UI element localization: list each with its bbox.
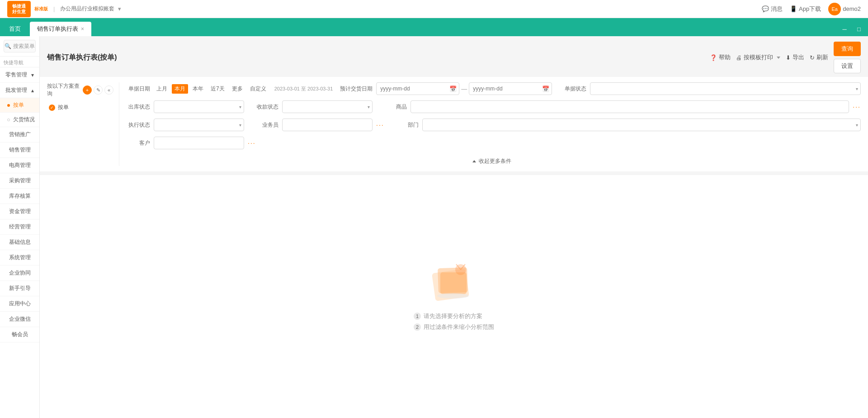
dept-label: 部门 (392, 121, 419, 129)
tab-active[interactable]: 销售订单执行表 × (30, 22, 91, 36)
dept-select[interactable] (422, 119, 861, 131)
refresh-button[interactable]: ↻ 刷新 (810, 53, 828, 62)
quick-nav-item[interactable]: 快捷导航 (0, 57, 39, 67)
app-download-button[interactable]: 📱 App下载 (790, 5, 821, 13)
status-select[interactable] (590, 82, 861, 95)
retail-label: 零售管理 (5, 71, 27, 79)
exec-status-select-wrap (154, 119, 244, 131)
stock-status-select[interactable] (154, 100, 244, 113)
tab-close-icon[interactable]: × (81, 26, 84, 32)
date-tab-7days[interactable]: 近7天 (208, 84, 227, 94)
empty-state: 1 请先选择要分析的方案 2 用过滤条件来缩小分析范围 (40, 175, 868, 418)
sidebar-item-basic[interactable]: 基础信息 (0, 235, 39, 250)
scheme-label: 按以下方案查询 (47, 82, 83, 98)
sidebar-item-sales[interactable]: 销售管理 (0, 142, 39, 158)
hint-1-num: 1 (414, 313, 421, 320)
topbar: 畅捷通好生意 标准版 | 办公用品行业模拟账套 ▾ 💬 消息 📱 App下载 E… (0, 0, 868, 18)
sidebar-item-apps[interactable]: 应用中心 (0, 296, 39, 312)
app-download-label: App下载 (799, 5, 821, 13)
sidebar-item-purchase[interactable]: 采购管理 (0, 173, 39, 189)
date-label: 单据日期 (123, 85, 150, 93)
filter-exec-status-item: 执行状态 (123, 119, 244, 131)
sidebar-item-system[interactable]: 系统管理 (0, 250, 39, 266)
date-tab-custom[interactable]: 自定义 (247, 84, 269, 94)
content-area: 销售订单执行表(按单) ❓ 帮助 🖨 按模板打印 ⬇ 导出 ↻ 刷新 (40, 36, 868, 418)
payment-status-select[interactable] (282, 100, 373, 113)
setup-button[interactable]: 设置 (834, 59, 861, 73)
breadcrumb-chevron[interactable]: ▾ (118, 5, 121, 12)
quick-nav-label: 快捷导航 (4, 59, 24, 66)
refresh-label: 刷新 (816, 53, 828, 62)
goods-dots[interactable]: ··· (853, 103, 861, 110)
logo: 畅捷通好生意 (7, 1, 31, 17)
exec-status-select[interactable] (154, 119, 244, 131)
shortage-label: 欠货情况 (13, 116, 35, 123)
filter-layout: 按以下方案查询 + ✎ « ✓ 按单 (47, 82, 861, 166)
scheme-item-order[interactable]: ✓ 按单 (47, 101, 113, 114)
sidebar-item-inventory[interactable]: 库存核算 (0, 189, 39, 204)
sidebar-group-retail-header[interactable]: 零售管理 ▾ (0, 67, 39, 83)
date-tabs: 上月 本月 本年 近7天 更多 自定义 (154, 84, 269, 94)
wholesale-chevron: ▴ (31, 87, 34, 94)
action-buttons: 查询 设置 (834, 42, 861, 73)
search-menu-button[interactable]: 🔍 搜索菜单 (4, 40, 36, 52)
hint-2-num: 2 (414, 323, 421, 331)
scheme-item-label: 按单 (58, 104, 69, 111)
sidebar-item-finance[interactable]: 资金管理 (0, 204, 39, 219)
svg-point-6 (437, 293, 469, 299)
message-button[interactable]: 💬 消息 (762, 5, 783, 13)
date-separator: — (461, 86, 467, 92)
message-label: 消息 (771, 5, 783, 13)
collapse-button[interactable]: 收起更多条件 (123, 155, 861, 166)
collapse-label: 收起更多条件 (479, 157, 511, 165)
filter-dept-item: 部门 (392, 119, 861, 131)
scheme-edit-button[interactable]: ✎ (94, 86, 103, 95)
export-button[interactable]: ⬇ 导出 (786, 53, 804, 62)
template-print-button[interactable]: 🖨 按模板打印 (736, 53, 780, 62)
sidebar-item-member[interactable]: 畅会员 (0, 327, 39, 342)
sidebar-group-wholesale-header[interactable]: 批发管理 ▴ (0, 83, 39, 98)
tab-maximize-btn[interactable]: □ (854, 24, 864, 34)
date-tab-lastmonth[interactable]: 上月 (154, 84, 170, 94)
expected-date-end-input[interactable] (469, 82, 552, 95)
salesperson-dots[interactable]: ··· (376, 121, 384, 128)
expected-date-label: 预计交货日期 (340, 85, 373, 93)
shortage-dot (7, 119, 10, 121)
sidebar-item-operation[interactable]: 经营管理 (0, 219, 39, 235)
sidebar-item-marketing[interactable]: 营销推广 (0, 127, 39, 142)
filter-goods-item: 商品 ··· (380, 100, 861, 113)
tabs-bar: 首页 销售订单执行表 × ─ □ (0, 18, 868, 36)
tab-home[interactable]: 首页 (2, 22, 28, 36)
sidebar-item-wechat[interactable]: 企业微信 (0, 312, 39, 327)
status-label: 单据状态 (559, 85, 586, 93)
tab-minimize-btn[interactable]: ─ (839, 24, 850, 34)
sidebar-sub-item-shortage[interactable]: 欠货情况 (0, 113, 39, 127)
query-button[interactable]: 查询 (834, 42, 861, 56)
sidebar-group-wholesale: 批发管理 ▴ 按单 欠货情况 (0, 83, 39, 127)
empty-svg (427, 260, 481, 305)
sidebar-item-newbie[interactable]: 新手引导 (0, 281, 39, 296)
date-tab-thismonth[interactable]: 本月 (172, 84, 188, 94)
sidebar-item-ecommerce[interactable]: 电商管理 (0, 158, 39, 173)
salesperson-input[interactable] (282, 119, 373, 131)
collapse-chevron-icon (472, 160, 476, 162)
message-icon: 💬 (762, 5, 769, 12)
goods-input[interactable] (410, 100, 849, 113)
filter-stock-status-item: 出库状态 (123, 100, 244, 113)
scheme-collapse-button[interactable]: « (104, 86, 113, 95)
customer-dots[interactable]: ··· (248, 139, 256, 147)
export-icon: ⬇ (786, 54, 791, 61)
tab-active-label: 销售订单执行表 (37, 25, 78, 33)
user-profile[interactable]: Ea demo2 (828, 3, 861, 15)
filter-row-3: 执行状态 业务员 ··· (123, 119, 861, 131)
sidebar-sub-item-order[interactable]: 按单 (0, 98, 39, 113)
date-tab-more[interactable]: 更多 (229, 84, 245, 94)
help-button[interactable]: ❓ 帮助 (710, 53, 731, 62)
expected-date-start-cal-icon: 📅 (449, 86, 457, 92)
scheme-add-button[interactable]: + (83, 86, 92, 95)
sidebar-item-cooperation[interactable]: 企业协同 (0, 266, 39, 281)
customer-input[interactable] (154, 137, 244, 149)
date-tab-thisyear[interactable]: 本年 (190, 84, 206, 94)
expected-date-start-input[interactable] (376, 82, 459, 95)
hint-1-text: 请先选择要分析的方案 (424, 312, 482, 320)
